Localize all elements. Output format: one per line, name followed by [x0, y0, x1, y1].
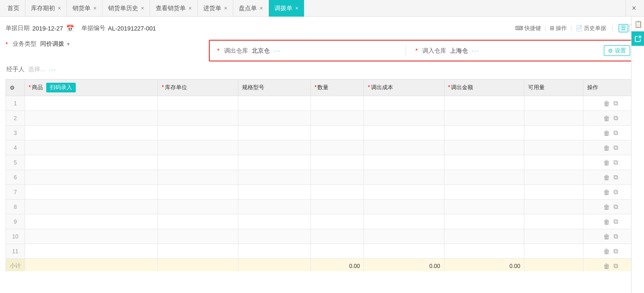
cell-amount-6[interactable] [444, 170, 524, 185]
cell-product-7[interactable] [25, 185, 158, 200]
cell-spec-10[interactable] [238, 229, 310, 244]
cell-product-1[interactable] [25, 96, 158, 111]
handler-more-button[interactable]: ··· [49, 66, 57, 73]
cell-unit-7[interactable] [158, 185, 238, 200]
cell-cost-5[interactable] [364, 155, 444, 170]
delete-icon-11[interactable]: 🗑 [603, 248, 610, 255]
cell-qty-11[interactable] [310, 244, 364, 259]
cell-available-11[interactable] [524, 244, 583, 259]
tab-transfer-order[interactable]: 调拨单 × [269, 0, 304, 17]
cell-unit-6[interactable] [158, 170, 238, 185]
cell-product-8[interactable] [25, 200, 158, 214]
close-tab-inventory-initial[interactable]: × [58, 5, 61, 12]
copy-icon-9[interactable]: ⧉ [614, 218, 618, 226]
cell-available-6[interactable] [524, 170, 583, 185]
cell-qty-3[interactable] [310, 126, 364, 140]
close-tab-sales-order[interactable]: × [93, 5, 97, 12]
delete-icon-10[interactable]: 🗑 [603, 233, 610, 240]
cell-available-4[interactable] [524, 140, 583, 155]
cell-amount-9[interactable] [444, 214, 524, 229]
cell-amount-7[interactable] [444, 185, 524, 200]
calendar-icon[interactable]: 📅 [66, 24, 74, 32]
handler-select[interactable]: 选择... [28, 65, 45, 73]
cell-amount-5[interactable] [444, 155, 524, 170]
cell-amount-1[interactable] [444, 96, 524, 111]
close-tab-sales-history[interactable]: × [141, 5, 144, 12]
cell-amount-10[interactable] [444, 229, 524, 244]
cell-cost-7[interactable] [364, 185, 444, 200]
cell-qty-8[interactable] [310, 200, 364, 214]
business-type-select[interactable]: 同价调拨 ▼ [40, 40, 71, 48]
delete-icon-5[interactable]: 🗑 [603, 159, 610, 166]
cell-unit-4[interactable] [158, 140, 238, 155]
delete-icon-1[interactable]: 🗑 [603, 100, 610, 107]
tab-inventory-check[interactable]: 盘点单 × [233, 0, 269, 17]
delete-icon-7[interactable]: 🗑 [603, 189, 610, 196]
warehouse-out-more-button[interactable]: ··· [273, 47, 281, 54]
cell-cost-1[interactable] [364, 96, 444, 111]
cell-product-6[interactable] [25, 170, 158, 185]
cell-unit-5[interactable] [158, 155, 238, 170]
warehouse-in-more-button[interactable]: ··· [472, 47, 480, 54]
cell-qty-5[interactable] [310, 155, 364, 170]
copy-icon-2[interactable]: ⧉ [614, 114, 618, 122]
cell-spec-1[interactable] [238, 96, 310, 111]
copy-icon-6[interactable]: ⧉ [614, 173, 618, 181]
delete-icon-3[interactable]: 🗑 [603, 129, 610, 137]
cell-spec-9[interactable] [238, 214, 310, 229]
close-tab-purchase-order[interactable]: × [224, 5, 227, 12]
cell-cost-6[interactable] [364, 170, 444, 185]
cell-qty-9[interactable] [310, 214, 364, 229]
cell-cost-9[interactable] [364, 214, 444, 229]
cell-spec-2[interactable] [238, 111, 310, 126]
cell-spec-3[interactable] [238, 126, 310, 140]
cell-spec-11[interactable] [238, 244, 310, 259]
sidebar-link-icon[interactable] [632, 31, 644, 46]
cell-cost-2[interactable] [364, 111, 444, 126]
cell-available-1[interactable] [524, 96, 583, 111]
cell-qty-6[interactable] [310, 170, 364, 185]
cell-product-9[interactable] [25, 214, 158, 229]
delete-icon-9[interactable]: 🗑 [603, 218, 610, 226]
cell-cost-11[interactable] [364, 244, 444, 259]
cell-product-3[interactable] [25, 126, 158, 140]
subtotal-copy-icon[interactable]: ⧉ [614, 262, 618, 270]
setting-button[interactable]: ⚙ 设置 [604, 45, 630, 56]
cell-amount-2[interactable] [444, 111, 524, 126]
cell-available-9[interactable] [524, 214, 583, 229]
cell-unit-10[interactable] [158, 229, 238, 244]
copy-icon-1[interactable]: ⧉ [614, 99, 618, 107]
cell-amount-8[interactable] [444, 200, 524, 214]
copy-icon-3[interactable]: ⧉ [614, 129, 618, 137]
subtotal-delete-icon[interactable]: 🗑 [603, 262, 610, 270]
close-tab-transfer-order[interactable]: × [295, 5, 298, 12]
delete-icon-6[interactable]: 🗑 [603, 174, 610, 181]
cell-cost-4[interactable] [364, 140, 444, 155]
cell-spec-4[interactable] [238, 140, 310, 155]
copy-icon-5[interactable]: ⧉ [614, 159, 618, 166]
cell-qty-7[interactable] [310, 185, 364, 200]
cell-available-7[interactable] [524, 185, 583, 200]
cell-spec-5[interactable] [238, 155, 310, 170]
cell-cost-10[interactable] [364, 229, 444, 244]
tab-view-sales[interactable]: 查看销货单 × [150, 0, 198, 17]
cell-spec-7[interactable] [238, 185, 310, 200]
cell-unit-2[interactable] [158, 111, 238, 126]
close-tab-inventory-check[interactable]: × [260, 5, 263, 12]
copy-icon-10[interactable]: ⧉ [614, 232, 618, 240]
shortcut-key-button[interactable]: ⌨ 快捷键 [515, 24, 541, 32]
cell-product-4[interactable] [25, 140, 158, 155]
cell-product-10[interactable] [25, 229, 158, 244]
cell-available-2[interactable] [524, 111, 583, 126]
cell-unit-11[interactable] [158, 244, 238, 259]
copy-icon-7[interactable]: ⧉ [614, 188, 618, 196]
cell-qty-1[interactable] [310, 96, 364, 111]
cell-qty-4[interactable] [310, 140, 364, 155]
cell-product-2[interactable] [25, 111, 158, 126]
history-button[interactable]: 📄 历史单据 [576, 24, 606, 32]
cell-available-3[interactable] [524, 126, 583, 140]
tab-home[interactable]: 首页 [2, 0, 25, 17]
cell-available-5[interactable] [524, 155, 583, 170]
copy-icon-8[interactable]: ⧉ [614, 203, 618, 211]
copy-icon-4[interactable]: ⧉ [614, 144, 618, 152]
